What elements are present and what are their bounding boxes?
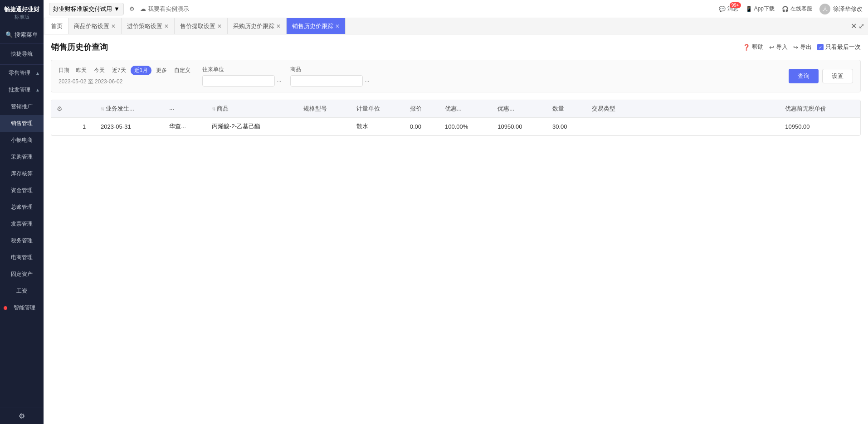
sidebar-logo: 畅捷通好业财 标准版 <box>0 0 44 26</box>
tab-close-btn[interactable]: ✕ <box>851 22 857 30</box>
filter-bar: 日期 昨天 今天 近7天 近1月 更多 自定义 2023-05-02 至 202… <box>51 60 861 92</box>
tab-sale-history[interactable]: 销售历史价跟踪 ✕ <box>287 18 346 34</box>
export-btn[interactable]: ↪ 导出 <box>793 43 812 51</box>
sidebar-item-label-marketing: 营销推广 <box>4 103 40 111</box>
date-opt-last7[interactable]: 近7天 <box>109 66 129 75</box>
sidebar-item-label-tax: 税务管理 <box>4 237 40 245</box>
demo-link[interactable]: ☁ 我要看实例演示 <box>140 5 189 13</box>
import-label: 导入 <box>776 43 788 51</box>
sidebar-item-inventory[interactable]: 库存核算 <box>0 165 44 182</box>
red-dot-icon <box>4 306 7 310</box>
sidebar-item-smart[interactable]: 智能管理 <box>0 299 44 316</box>
col-tax-price: 优惠前无税单价 <box>780 100 860 118</box>
cell-trans-type <box>586 118 639 135</box>
tab-purchase-strategy[interactable]: 进价策略设置 ✕ <box>122 18 175 34</box>
user-name: 徐泽华修改 <box>833 5 863 13</box>
tab-purchase-strategy-close[interactable]: ✕ <box>164 23 169 29</box>
tab-sale-price-extract-close[interactable]: ✕ <box>217 23 222 29</box>
app-download-btn[interactable]: 📱 App下载 <box>746 5 775 13</box>
date-options: 昨天 今天 近7天 近1月 更多 自定义 <box>73 66 193 75</box>
tab-purchase-history[interactable]: 采购历史价跟踪 ✕ <box>228 18 287 34</box>
partner-input-row: ··· <box>202 75 281 87</box>
col-product[interactable]: ⇅商品 <box>206 100 298 118</box>
date-opt-yesterday[interactable]: 昨天 <box>73 66 89 75</box>
app-download-label: App下载 <box>754 5 775 13</box>
demo-icon: ☁ <box>140 5 146 12</box>
col-discount2: 优惠... <box>492 100 547 118</box>
sidebar-item-invoice[interactable]: 发票管理 <box>0 216 44 232</box>
cell-qty: 30.00 <box>547 118 586 135</box>
sidebar-item-ecommerce[interactable]: 电商管理 <box>0 249 44 266</box>
sidebar-item-marketing[interactable]: 营销推广 <box>0 98 44 115</box>
user-info[interactable]: 人 徐泽华修改 <box>819 4 863 14</box>
product-sort-icon: ⇅ <box>212 106 215 111</box>
help-btn[interactable]: ❓ 帮助 <box>743 43 764 51</box>
partner-more-btn[interactable]: ··· <box>277 78 281 84</box>
tab-sale-history-close[interactable]: ✕ <box>335 23 340 29</box>
product-input[interactable] <box>290 75 363 87</box>
col-more[interactable]: ··· <box>164 100 206 118</box>
export-label: 导出 <box>800 43 812 51</box>
date-opt-more[interactable]: 更多 <box>153 66 170 75</box>
settings-icon[interactable]: ⚙ <box>19 412 25 420</box>
date-label: 日期 <box>59 67 69 74</box>
sidebar-item-ecommerce-small[interactable]: 小畅电商 <box>0 132 44 149</box>
cell-spacer <box>640 118 780 135</box>
online-service-btn[interactable]: 🎧 在线客服 <box>782 5 812 13</box>
tab-purchase-history-close[interactable]: ✕ <box>276 23 281 29</box>
tab-purchase-history-label: 采购历史价跟踪 <box>233 22 274 30</box>
import-btn[interactable]: ↩ 导入 <box>769 43 788 51</box>
date-opt-custom[interactable]: 自定义 <box>171 66 193 75</box>
tab-sale-price-extract-label: 售价提取设置 <box>180 22 215 30</box>
sidebar-item-retail[interactable]: 零售管理▲ <box>0 65 44 82</box>
tab-sale-history-label: 销售历史价跟踪 <box>292 22 333 30</box>
sidebar-item-quick-nav[interactable]: 快捷导航 <box>0 48 44 61</box>
app-selector[interactable]: 好业财标准版交付试用 ▼ <box>49 3 124 15</box>
tabs-bar: 首页 商品价格设置 ✕ 进价策略设置 ✕ 售价提取设置 ✕ 采购历史价跟踪 ✕ … <box>44 18 868 34</box>
tab-home[interactable]: 首页 <box>45 18 68 34</box>
sidebar-item-sales[interactable]: 销售管理 <box>0 115 44 132</box>
only-last-toggle[interactable]: ✓ 只看最后一次 <box>817 43 861 51</box>
topbar-settings-btn[interactable]: ⚙ <box>127 4 137 14</box>
col-gear[interactable]: ⚙ <box>51 100 77 118</box>
sidebar-search[interactable]: 🔍 搜索菜单 <box>0 26 44 44</box>
cell-gear <box>51 118 77 135</box>
sidebar-item-label-purchase: 采购管理 <box>4 153 40 161</box>
biz-date-sort-icon: ⇅ <box>101 106 104 111</box>
sidebar-item-wholesale[interactable]: 批发管理▲ <box>0 82 44 98</box>
sidebar-item-finance[interactable]: 资金管理 <box>0 182 44 199</box>
cell-tax-price: 10950.00 <box>780 118 860 135</box>
col-num <box>77 100 95 118</box>
tab-sale-price-extract[interactable]: 售价提取设置 ✕ <box>175 18 228 34</box>
headset-icon: 🎧 <box>782 6 789 12</box>
sidebar: 畅捷通好业财 标准版 🔍 搜索菜单 快捷导航 零售管理▲批发管理▲营销推广销售管… <box>0 0 44 424</box>
search-label: 搜索菜单 <box>15 31 38 38</box>
demo-label: 我要看实例演示 <box>148 5 189 13</box>
date-opt-today[interactable]: 今天 <box>91 66 107 75</box>
product-more-btn[interactable]: ··· <box>365 78 369 84</box>
table-row: 12023-05-31华查...丙烯酸-2-乙基己酯散水0.00100.00%1… <box>51 118 860 135</box>
messages-btn[interactable]: 💬 消息 99+ <box>719 5 738 13</box>
tab-product-price[interactable]: 商品价格设置 ✕ <box>68 18 122 34</box>
help-label: 帮助 <box>752 43 764 51</box>
sidebar-item-arrow-wholesale: ▲ <box>35 87 40 92</box>
query-btn[interactable]: 查询 <box>789 69 819 83</box>
sidebar-item-purchase[interactable]: 采购管理 <box>0 149 44 165</box>
sidebar-item-fixed-assets[interactable]: 固定资产 <box>0 266 44 283</box>
partner-input[interactable] <box>202 75 275 87</box>
sidebar-item-payroll[interactable]: 工资 <box>0 283 44 299</box>
search-icon: 🔍 <box>5 31 13 38</box>
sidebar-item-label-invoice: 发票管理 <box>4 220 40 228</box>
filter-product-group: 商品 ··· <box>290 66 369 87</box>
date-opt-last1month[interactable]: 近1月 <box>131 66 152 75</box>
col-biz-date[interactable]: ⇅业务发生... <box>95 100 164 118</box>
tab-maximize-btn[interactable]: ⤢ <box>858 22 864 30</box>
cell-price: 0.00 <box>405 118 439 135</box>
topbar-right: 💬 消息 99+ 📱 App下载 🎧 在线客服 人 徐泽华修改 <box>719 4 863 14</box>
tab-product-price-close[interactable]: ✕ <box>111 23 116 29</box>
settings-btn[interactable]: 设置 <box>822 69 853 83</box>
cell-discount1: 100.00% <box>439 118 492 135</box>
sidebar-item-tax[interactable]: 税务管理 <box>0 232 44 249</box>
sidebar-item-ledger[interactable]: 总账管理 <box>0 199 44 216</box>
col-unit: 计量单位 <box>351 100 404 118</box>
